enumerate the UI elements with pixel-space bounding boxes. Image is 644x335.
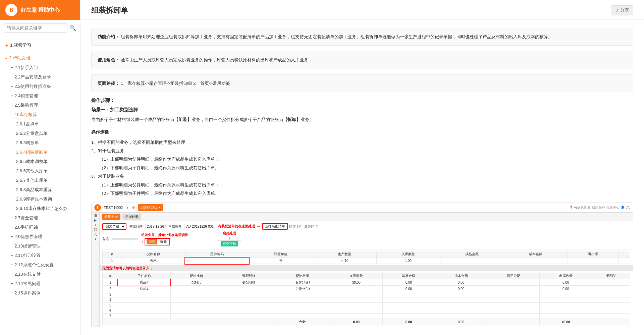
sidebar-label-video: 1.视频学习 bbox=[10, 42, 31, 48]
ss-type-buttons: 组装 拆卸 bbox=[145, 238, 170, 245]
col-base-amt: 基准金额 bbox=[382, 273, 435, 279]
cell-out-qty2: 0.00 bbox=[540, 286, 592, 292]
step-3-1: （1）上部明细为父件明细，最终作为原材料生成其它出库单； bbox=[91, 181, 633, 189]
table-row: 5 bbox=[103, 303, 630, 308]
ss-left-sidebar: ☰ ▶ + 📋 🔍 ▲ bbox=[92, 213, 100, 327]
ss-right-content: 新建单据 单据列表 组装单据 单据日期 2019-12-26 bbox=[100, 213, 633, 327]
ss-upper-table-body: 1 关木 吨 >=10 1.00 bbox=[103, 258, 630, 264]
cell-available bbox=[568, 258, 618, 264]
share-button[interactable]: ↗ 分享 bbox=[611, 5, 633, 15]
step-2-1: （1）上部明细为父件明细，最终作为产成品生成其它入库单； bbox=[91, 155, 633, 163]
ss-toggle-row: ↑ 组装 拆卸 bbox=[141, 238, 170, 245]
cell-footer-total2: 0.00 bbox=[382, 319, 435, 325]
ss-left-icon-5: 🔍 bbox=[94, 233, 97, 236]
table-row: 7 bbox=[103, 314, 630, 319]
col-actual-qty: 实际数量 bbox=[330, 273, 382, 279]
table-row: 6 bbox=[103, 308, 630, 314]
nav-section-docs: - 2.帮助文档 + 2.1新手入门 + 2.2产品安装及登录 + 2.3使用前… bbox=[0, 52, 80, 299]
table-row: 1 商品1 配料比 装配明细 台(约+台) 30.00 0.00 0.00 bbox=[103, 279, 630, 286]
sidebar-item-other-in[interactable]: 2.6.6其他入库单 bbox=[0, 166, 80, 176]
scenario1-steps-title: 操作步骤： bbox=[91, 129, 633, 135]
ss-enable-approve: 提交审核 bbox=[221, 241, 238, 246]
sidebar-item-partial-stocktake[interactable]: 2.6.2分量盘点单 bbox=[0, 129, 80, 138]
ss-date-label: 单据日期 bbox=[129, 224, 143, 229]
col-produce-qty: 生产数量 bbox=[313, 251, 376, 258]
sidebar-item-sales[interactable]: + 2.4销售管理 bbox=[0, 91, 80, 101]
col-cost-amt: 成本金额 bbox=[504, 251, 568, 258]
sidebar-item-docs[interactable]: - 2.帮助文档 bbox=[0, 53, 80, 63]
ss-disassembly-btn: 拆卸 bbox=[159, 239, 168, 244]
cell-footer-total-label: 合计 bbox=[275, 319, 330, 325]
annotation-area-2: 组装业务、拆卸业务在这里切换 ↑ 组装 拆卸 bbox=[141, 233, 188, 245]
role-box: 使用角色： 通常由生产人员或库管人员完成拆装业务的操作，库管人员确认原材料的出库… bbox=[91, 51, 633, 69]
screenshot-inner: 6 TEST-H002 ▼ ⚙ 组装拆卸-1 × 📍 App下载 ☎ 招商服务 … bbox=[92, 203, 633, 327]
search-icon[interactable]: 🔍 bbox=[69, 25, 76, 31]
expand-icon-cases: + bbox=[11, 290, 14, 295]
step-3: 3、对于拆装业务 bbox=[91, 172, 633, 180]
cell-ratio2 bbox=[170, 286, 223, 292]
sidebar-item-operation[interactable]: + 2.10经营管理 bbox=[0, 241, 80, 251]
cell-footer-total4: ¥0.00 bbox=[540, 319, 592, 325]
sidebar-item-assembly[interactable]: 2.6.4组装拆卸单 bbox=[0, 148, 80, 157]
cell-cost-amt3: 0.00 bbox=[435, 279, 487, 286]
sidebar-item-newcomer[interactable]: + 2.1新手入门 bbox=[0, 63, 80, 72]
ss-remark-input bbox=[112, 238, 139, 240]
cell-ratio: 配料比 bbox=[170, 279, 223, 286]
ss-upper-table-head: # 父件名称 父件编码 计量单位 生产数量 入库数量 成品金额 成本金额 可出库 bbox=[103, 251, 630, 258]
main-content: 组装拆卸单 ↗ 分享 功能介绍： 组装拆卸单用来处理企业组装或拆卸等加工业务，支… bbox=[80, 0, 644, 335]
col-detail: 装配明细 bbox=[223, 273, 275, 279]
cell-ratio-qty: 台(约+台) bbox=[275, 279, 330, 286]
sidebar-item-purchase[interactable]: + 2.5采购管理 bbox=[0, 101, 80, 110]
sidebar-item-install[interactable]: + 2.2产品安装及登录 bbox=[0, 72, 80, 82]
sidebar-item-personalize[interactable]: + 2.12系统个性化设置 bbox=[0, 260, 80, 270]
sidebar-item-inventory[interactable]: - 2.6库存核算 bbox=[0, 110, 80, 119]
sidebar-item-online-pay[interactable]: + 2.13在线支付 bbox=[0, 270, 80, 279]
sidebar-item-cases[interactable]: + 2.15操作案例 bbox=[0, 288, 80, 298]
sidebar-item-mobile[interactable]: + 2.8手机旺铺 bbox=[0, 223, 80, 232]
main-header: 组装拆卸单 ↗ 分享 bbox=[80, 0, 644, 20]
search-input[interactable] bbox=[4, 23, 67, 33]
ss-dropdown-icon: ▼ bbox=[125, 206, 129, 210]
ss-upper-table: # 父件名称 父件编码 计量单位 生产数量 入库数量 成品金额 成本金额 可出库 bbox=[102, 251, 630, 264]
sidebar-item-ledger-query[interactable]: 2.6.9库存账本查询 bbox=[0, 194, 80, 204]
sidebar-item-print[interactable]: + 2.11打印设置 bbox=[0, 251, 80, 260]
sidebar-item-video[interactable]: + 1.视频学习 bbox=[0, 40, 80, 50]
col-cost-amt2: 成本金额 bbox=[435, 273, 487, 279]
ss-topbar: 6 TEST-H002 ▼ ⚙ 组装拆卸-1 × 📍 App下载 ☎ 招商服务 … bbox=[92, 203, 633, 213]
sidebar-item-cost-adjust[interactable]: 2.6.5成本调整单 bbox=[0, 157, 80, 166]
ss-num-input: AD-20191226-001 bbox=[184, 224, 215, 229]
sidebar-item-coupon[interactable]: + 2.9优惠券管理 bbox=[0, 232, 80, 241]
sidebar-item-predata[interactable]: + 2.3使用前数据准备 bbox=[0, 82, 80, 91]
col-unit: 计量单位 bbox=[249, 251, 313, 258]
ss-close-icon: × bbox=[158, 206, 160, 210]
sidebar-item-faq[interactable]: + 2.14常见问题 bbox=[0, 279, 80, 288]
cell-footer-total3: 0.00 bbox=[435, 319, 487, 325]
step-2: 2、对于组装业务 bbox=[91, 147, 633, 155]
expand-icon-predata: + bbox=[11, 84, 14, 89]
col-ratio-qty: 配比数量 bbox=[275, 273, 330, 279]
sidebar-item-ledger-wrong[interactable]: 2.6.10库存账本错了怎么办 bbox=[0, 204, 80, 213]
sidebar-item-stocktake[interactable]: 2.6.1盘点单 bbox=[0, 119, 80, 129]
ss-action-btns: 操作 打印 更多操作 bbox=[289, 224, 318, 229]
ss-type-select[interactable]: 组装单据 bbox=[102, 223, 126, 230]
path-label: 页面路径： bbox=[98, 81, 119, 86]
col-available-out: 可出库 bbox=[568, 251, 618, 258]
ss-left-icon-1: ☰ bbox=[94, 214, 97, 217]
operation-steps-title: 操作步骤： bbox=[91, 98, 633, 104]
ss-list-btn: 单据列表 bbox=[122, 214, 141, 220]
annotation-arrow-1: → bbox=[256, 224, 261, 229]
annotation-text-1: 有装配清单的在这里处理 bbox=[218, 224, 255, 229]
function-intro-box: 功能介绍： 组装拆卸单用来处理企业组装或拆卸等加工业务，支持有固定装配清单的产品… bbox=[91, 28, 633, 46]
sidebar: 6 好生意 帮助中心 🔍 + 1.视频学习 - 2.帮助文档 + 2.1新手入门 bbox=[0, 0, 80, 335]
expand-icon-sales: + bbox=[11, 93, 14, 98]
table-row: 1 关木 吨 >=10 1.00 bbox=[103, 258, 630, 264]
cell-footer-total1: 0.00 bbox=[330, 319, 382, 325]
ss-enable-btn: 提交审核 bbox=[218, 240, 241, 247]
table-row: 3 bbox=[103, 292, 630, 297]
sidebar-item-cost-reset[interactable]: 2.6.8商品成本重算 bbox=[0, 185, 80, 194]
sidebar-item-finance[interactable]: + 2.7资金管理 bbox=[0, 213, 80, 223]
annotation-btn-1: 选择装配清单 bbox=[262, 223, 288, 230]
sidebar-item-transfer[interactable]: 2.6.3调拨单 bbox=[0, 138, 80, 148]
expand-icon-print: + bbox=[11, 253, 14, 258]
sidebar-item-other-out[interactable]: 2.6.7其他出库单 bbox=[0, 176, 80, 185]
